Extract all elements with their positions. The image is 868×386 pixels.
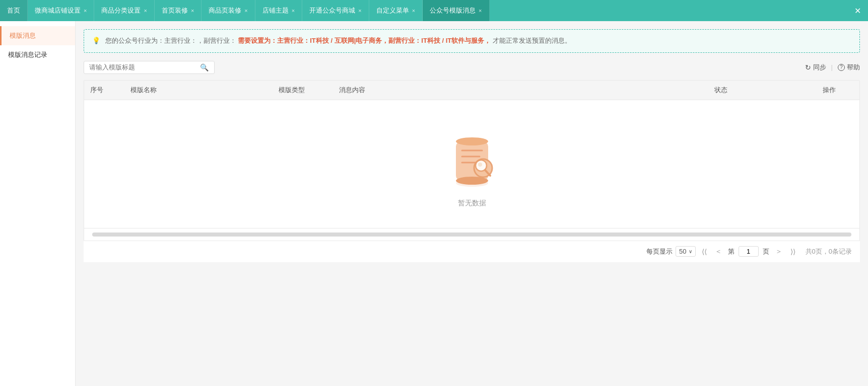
table-header: 序号 模版名称 模版类型 消息内容 状态 操作 (84, 81, 859, 100)
topbar-tab-4[interactable]: 商品页装修× (202, 0, 255, 21)
col-header-content: 消息内容 (333, 81, 708, 100)
tab-close-icon-4[interactable]: × (244, 8, 247, 14)
tab-close-icon-1[interactable]: × (84, 8, 87, 14)
search-input[interactable] (89, 63, 200, 71)
per-page-select[interactable]: 50 ∨ (676, 246, 695, 257)
page-input[interactable] (739, 246, 759, 257)
notice-icon: 💡 (92, 37, 100, 44)
topbar-tab-8[interactable]: 公众号模版消息× (423, 0, 489, 21)
per-page-label: 每页显示 (646, 247, 673, 256)
search-bar: 🔍 ↻ 同步 | ? 帮助 (84, 61, 860, 74)
empty-text: 暂无数据 (458, 199, 486, 208)
col-header-type: 模版类型 (273, 81, 333, 100)
scrollbar-area (84, 228, 859, 241)
topbar-tab-5[interactable]: 店铺主题× (255, 0, 302, 21)
data-table: 序号 模版名称 模版类型 消息内容 状态 操作 (84, 80, 860, 241)
sidebar-item-0[interactable]: 模版消息 (0, 26, 75, 45)
sidebar: 模版消息模版消息记录 (0, 21, 76, 386)
sync-icon: ↻ (805, 63, 811, 71)
help-label: 帮助 (847, 63, 860, 72)
col-header-seq: 序号 (84, 81, 124, 100)
empty-illustration (442, 130, 502, 191)
help-circle-icon: ? (838, 64, 845, 71)
per-page-wrap: 每页显示 50 ∨ (646, 246, 695, 257)
svg-point-2 (456, 137, 488, 145)
sync-label: 同步 (813, 63, 826, 72)
topbar-tab-2[interactable]: 商品分类设置× (94, 0, 154, 21)
search-icon[interactable]: 🔍 (200, 63, 209, 71)
help-button[interactable]: ? 帮助 (838, 63, 860, 72)
close-all-button[interactable]: ✕ (847, 6, 868, 16)
svg-point-10 (478, 163, 482, 167)
topbar-tab-3[interactable]: 首页装修× (155, 0, 202, 21)
search-actions: ↻ 同步 | ? 帮助 (805, 63, 860, 72)
first-page-button[interactable]: ⟨⟨ (700, 247, 709, 257)
tab-close-icon-8[interactable]: × (479, 8, 482, 14)
pagination-total: 共0页，0条记录 (806, 247, 852, 256)
content-area: 💡 您的公众号行业为：主营行业：，副营行业： 需要设置为：主营行业：IT科技 /… (76, 21, 868, 386)
divider: | (831, 63, 833, 71)
col-header-action: 操作 (799, 81, 859, 100)
empty-state: 暂无数据 (84, 100, 859, 228)
next-page-button[interactable]: ＞ (773, 246, 784, 257)
page-label: 第 (728, 247, 735, 256)
tab-close-icon-3[interactable]: × (191, 8, 194, 14)
notice-highlight: 需要设置为：主营行业：IT科技 / 互联网|电子商务，副营行业：IT科技 / I… (238, 37, 491, 44)
topbar-tab-0[interactable]: 首页 (0, 0, 28, 21)
search-input-wrap[interactable]: 🔍 (84, 61, 215, 74)
topbar-tab-7[interactable]: 自定义菜单× (369, 0, 423, 21)
tab-close-icon-5[interactable]: × (292, 8, 295, 14)
notice-suffix: 才能正常发送预置的消息。 (493, 37, 571, 44)
topbar: 首页微商城店铺设置×商品分类设置×首页装修×商品页装修×店铺主题×开通公众号商城… (0, 0, 868, 21)
tab-close-icon-7[interactable]: × (412, 8, 415, 14)
col-header-status: 状态 (708, 81, 799, 100)
fake-scrollbar[interactable] (92, 233, 851, 237)
chevron-down-icon: ∨ (689, 249, 692, 254)
col-header-name: 模版名称 (124, 81, 273, 100)
page-suffix: 页 (763, 247, 769, 256)
pagination: 每页显示 50 ∨ ⟨⟨ ＜ 第 页 ＞ ⟩⟩ 共0页，0条记录 (84, 241, 860, 262)
last-page-button[interactable]: ⟩⟩ (788, 247, 797, 257)
sync-button[interactable]: ↻ 同步 (805, 63, 826, 72)
prev-page-button[interactable]: ＜ (713, 246, 724, 257)
main-layout: 模版消息模版消息记录 💡 您的公众号行业为：主营行业：，副营行业： 需要设置为：… (0, 21, 868, 386)
topbar-tab-1[interactable]: 微商城店铺设置× (28, 0, 94, 21)
tab-close-icon-2[interactable]: × (144, 8, 147, 14)
sidebar-item-1[interactable]: 模版消息记录 (0, 45, 75, 64)
per-page-value: 50 (679, 248, 686, 255)
notice-prefix: 您的公众号行业为：主营行业：，副营行业： (105, 37, 236, 44)
tab-close-icon-6[interactable]: × (358, 8, 361, 14)
topbar-tab-6[interactable]: 开通公众号商城× (302, 0, 369, 21)
notice-box: 💡 您的公众号行业为：主营行业：，副营行业： 需要设置为：主营行业：IT科技 /… (84, 29, 860, 53)
